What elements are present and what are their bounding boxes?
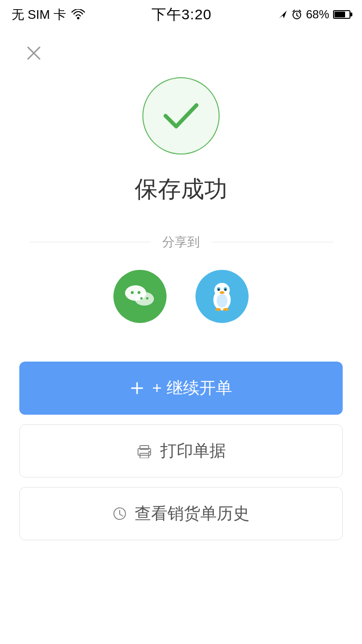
svg-line-3	[297, 15, 298, 16]
checkmark-icon	[162, 101, 200, 130]
close-icon	[25, 44, 42, 62]
wifi-icon	[71, 9, 85, 20]
print-icon	[136, 444, 153, 458]
plus-icon	[130, 381, 144, 395]
qq-icon	[205, 280, 239, 313]
close-button[interactable]	[19, 39, 48, 68]
svg-point-11	[138, 291, 140, 294]
status-bar: 无 SIM 卡 下午3:20 68	[0, 0, 362, 29]
print-button[interactable]: 打印单据	[19, 424, 343, 477]
svg-point-18	[218, 289, 220, 291]
svg-line-32	[120, 514, 123, 516]
location-icon	[278, 10, 288, 19]
svg-point-21	[215, 308, 221, 311]
continue-label: + 继续开单	[152, 377, 232, 399]
share-qq-button[interactable]	[195, 270, 249, 323]
continue-button[interactable]: + 继续开单	[19, 362, 343, 415]
history-button[interactable]: 查看销货单历史	[19, 487, 343, 540]
share-divider: 分享到	[0, 234, 362, 251]
svg-line-4	[293, 10, 294, 12]
history-label: 查看销货单历史	[135, 503, 250, 525]
battery-icon	[333, 10, 350, 19]
svg-point-12	[140, 297, 143, 300]
share-icons-row	[113, 270, 249, 323]
history-icon	[112, 506, 127, 521]
svg-point-13	[146, 297, 149, 300]
actions-area: + 继续开单 打印单据	[0, 362, 362, 540]
main-content: 保存成功 分享到	[0, 29, 362, 540]
svg-point-19	[224, 289, 226, 291]
svg-point-20	[220, 291, 224, 294]
status-time: 下午3:20	[152, 5, 211, 25]
svg-point-10	[131, 291, 134, 294]
svg-line-5	[299, 10, 301, 12]
share-divider-text: 分享到	[151, 234, 211, 251]
share-wechat-button[interactable]	[113, 270, 167, 323]
alarm-icon	[292, 9, 302, 20]
svg-point-29	[148, 451, 150, 453]
battery-percent: 68%	[306, 8, 329, 21]
success-title: 保存成功	[135, 174, 227, 205]
svg-point-22	[223, 308, 229, 311]
wechat-icon	[123, 282, 157, 310]
svg-point-23	[217, 294, 227, 308]
success-circle	[142, 77, 220, 154]
svg-point-0	[77, 17, 79, 19]
svg-point-9	[135, 292, 154, 306]
status-right: 68%	[278, 8, 350, 21]
print-label: 打印单据	[160, 440, 226, 462]
status-left: 无 SIM 卡	[12, 6, 85, 23]
no-sim-text: 无 SIM 卡	[12, 6, 66, 23]
